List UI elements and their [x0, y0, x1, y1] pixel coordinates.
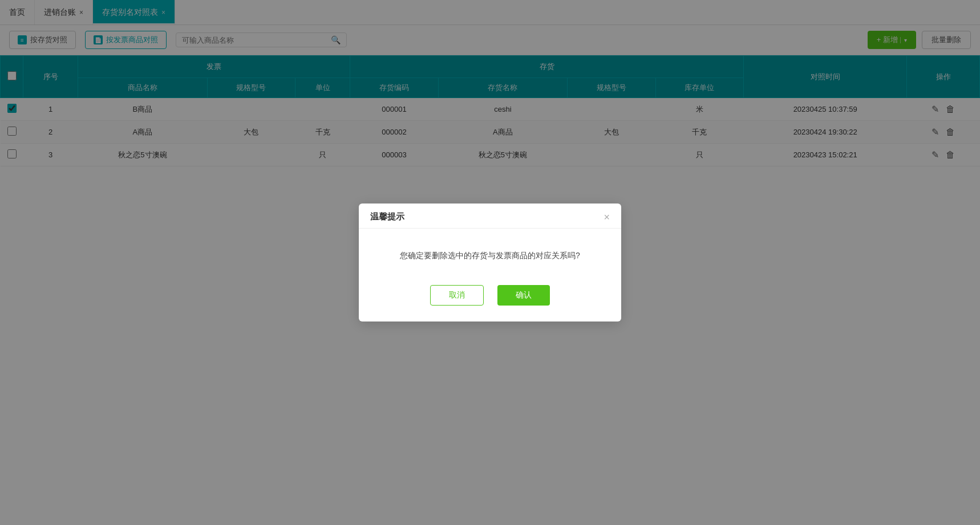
confirm-dialog: 温馨提示 × 您确定要删除选中的存货与发票商品的对应关系吗? 取消 确认 — [359, 204, 621, 321]
dialog-close-button[interactable]: × — [604, 212, 610, 222]
dialog-message: 您确定要删除选中的存货与发票商品的对应关系吗? — [400, 251, 580, 260]
cancel-button[interactable]: 取消 — [430, 285, 484, 306]
dialog-body: 您确定要删除选中的存货与发票商品的对应关系吗? — [359, 229, 621, 275]
dialog-header: 温馨提示 × — [359, 204, 621, 229]
dialog-title: 温馨提示 — [370, 211, 404, 222]
confirm-button[interactable]: 确认 — [497, 285, 550, 306]
dialog-overlay: 温馨提示 × 您确定要删除选中的存货与发票商品的对应关系吗? 取消 确认 — [0, 0, 980, 525]
dialog-footer: 取消 确认 — [359, 276, 621, 321]
